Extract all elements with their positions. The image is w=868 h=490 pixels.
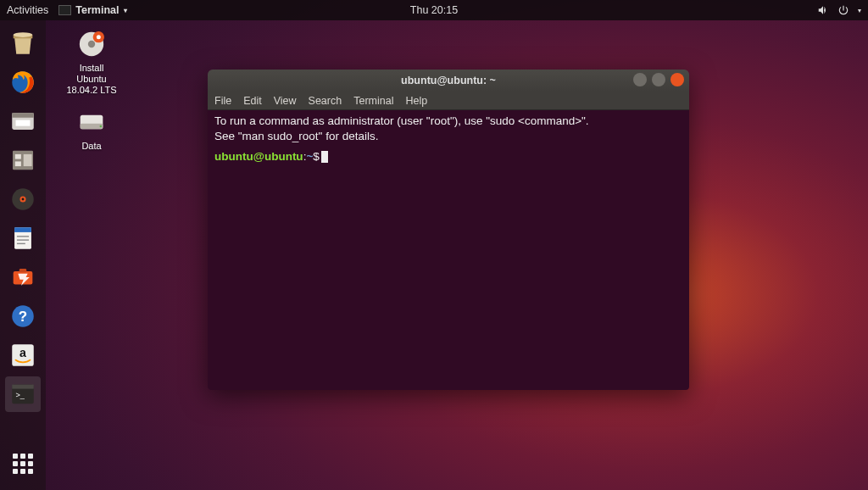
minimize-button[interactable]	[633, 73, 647, 86]
desktop-icons-area: Install Ubuntu 18.04.2 LTS Data	[54, 27, 129, 152]
software-icon	[8, 263, 37, 292]
terminal-prompt-line: ubuntu@ubuntu:~$	[214, 149, 682, 164]
svg-point-26	[88, 41, 95, 47]
files-icon	[8, 107, 37, 136]
menu-terminal[interactable]: Terminal	[353, 95, 393, 107]
svg-rect-30	[81, 123, 103, 129]
svg-point-10	[22, 198, 25, 201]
terminal-output-line: To run a command as administrator (user …	[214, 114, 682, 129]
music-icon	[8, 185, 37, 214]
window-controls	[633, 73, 684, 86]
svg-rect-3	[12, 113, 34, 118]
svg-rect-5	[15, 154, 21, 159]
svg-rect-23	[12, 385, 34, 389]
svg-text:?: ?	[19, 309, 27, 325]
dock: ? a >_	[0, 20, 46, 490]
svg-text:>_: >_	[16, 391, 25, 399]
apps-grid-icon	[13, 454, 33, 474]
svg-point-31	[100, 125, 102, 127]
menu-help[interactable]: Help	[405, 95, 427, 107]
dock-item-nautilus[interactable]	[5, 103, 41, 139]
chevron-down-icon: ▾	[858, 7, 861, 14]
cursor	[321, 151, 328, 163]
terminal-output-line: See "man sudo_root" for details.	[214, 129, 682, 144]
active-app-indicator[interactable]: Terminal ▾	[58, 4, 126, 16]
activities-button[interactable]: Activities	[7, 4, 48, 16]
svg-rect-12	[14, 227, 31, 232]
terminal-icon: >_	[8, 380, 37, 409]
chevron-down-icon: ▾	[124, 7, 127, 14]
menu-search[interactable]: Search	[309, 95, 342, 107]
power-icon[interactable]	[837, 4, 849, 16]
install-disc-icon	[73, 27, 110, 61]
maximize-button[interactable]	[652, 73, 665, 86]
svg-rect-14	[17, 239, 29, 240]
svg-rect-15	[17, 243, 25, 244]
desktop-icon-data[interactable]: Data	[54, 105, 129, 152]
desktop-icon-label: Install Ubuntu 18.04.2 LTS	[66, 63, 116, 97]
dock-item-terminal[interactable]: >_	[5, 376, 41, 412]
file-manager-icon	[8, 146, 37, 175]
dock-item-software[interactable]	[5, 259, 41, 295]
show-applications-button[interactable]	[5, 446, 41, 482]
dock-item-amazon[interactable]: a	[5, 337, 41, 373]
dock-item-file-manager[interactable]	[5, 142, 41, 178]
system-status-area[interactable]: ▾	[817, 4, 861, 16]
menu-view[interactable]: View	[274, 95, 297, 107]
dock-item-rhythmbox[interactable]	[5, 181, 41, 217]
close-button[interactable]	[670, 73, 684, 86]
svg-text:a: a	[19, 346, 26, 359]
svg-point-0	[14, 32, 33, 37]
window-titlebar[interactable]: ubuntu@ubuntu: ~	[208, 70, 689, 92]
firefox-icon	[8, 68, 37, 97]
svg-rect-6	[15, 161, 21, 166]
desktop-icon-install-ubuntu[interactable]: Install Ubuntu 18.04.2 LTS	[54, 27, 129, 97]
svg-rect-13	[17, 236, 29, 237]
dock-item-help[interactable]: ?	[5, 298, 41, 334]
window-title: ubuntu@ubuntu: ~	[401, 75, 496, 86]
terminal-menubar: File Edit View Search Terminal Help	[208, 92, 689, 110]
active-app-name: Terminal	[75, 4, 119, 16]
svg-rect-17	[19, 269, 27, 272]
dock-item-trash[interactable]	[5, 25, 41, 61]
document-icon	[8, 224, 37, 253]
terminal-body[interactable]: To run a command as administrator (user …	[208, 110, 689, 390]
amazon-icon: a	[8, 341, 37, 370]
help-icon: ?	[8, 302, 37, 331]
prompt-user-host: ubuntu@ubuntu	[214, 150, 303, 163]
desktop-icon-label: Data	[81, 141, 101, 152]
trash-icon	[8, 29, 37, 58]
top-panel: Activities Terminal ▾ Thu 20:15 ▾	[0, 0, 868, 20]
terminal-window: ubuntu@ubuntu: ~ File Edit View Search T…	[208, 70, 689, 390]
dock-item-firefox[interactable]	[5, 64, 41, 100]
terminal-mini-icon	[58, 5, 71, 15]
dock-item-writer[interactable]	[5, 220, 41, 256]
volume-icon[interactable]	[817, 4, 829, 16]
svg-point-28	[97, 35, 101, 39]
clock[interactable]: Thu 20:15	[410, 4, 458, 16]
menu-edit[interactable]: Edit	[243, 95, 262, 107]
drive-icon	[73, 105, 110, 139]
menu-file[interactable]: File	[214, 95, 231, 107]
svg-rect-7	[24, 154, 32, 166]
prompt-sigil: $	[313, 150, 320, 163]
